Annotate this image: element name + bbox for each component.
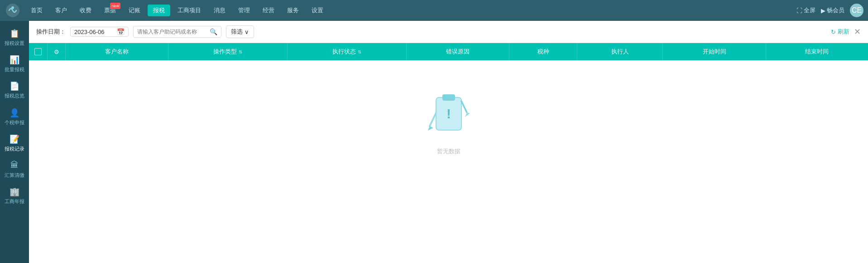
sidebar-label-annual-report: 工商年报 <box>5 199 24 205</box>
col-end-time: 结束时间 <box>766 43 868 60</box>
main-layout: 📋报税设置📊批量报税📄报税总览👤个税申报📝报税记录🏛汇算清缴🏢工商年报 操作日期… <box>0 21 868 263</box>
nav-item-operation[interactable]: 经营 <box>257 5 280 16</box>
data-table: ⚙ 客户名称 操作类型 ⇅ <box>29 43 868 183</box>
empty-text: 暂无数据 <box>437 147 460 156</box>
search-input[interactable] <box>134 27 206 37</box>
search-box: 🔍 <box>133 26 221 38</box>
empty-illustration: ! <box>422 88 476 142</box>
fullscreen-button[interactable]: ⛶ 全屏 <box>796 6 815 15</box>
nav-item-settings[interactable]: 设置 <box>306 5 329 16</box>
filter-chevron-icon: ∨ <box>245 29 249 35</box>
sidebar-label-batch-tax: 批量报税 <box>5 67 24 73</box>
batch-tax-icon: 📊 <box>9 54 20 65</box>
refresh-button[interactable]: ↻ 刷新 <box>831 28 849 36</box>
col-operation-type-label: 操作类型 <box>213 48 237 56</box>
personal-tax-icon: 👤 <box>9 107 20 118</box>
sidebar-label-tax-record: 报税记录 <box>5 146 24 152</box>
col-exec-status-label: 执行状态 <box>332 48 356 56</box>
sidebar: 📋报税设置📊批量报税📄报税总览👤个税申报📝报税记录🏛汇算清缴🏢工商年报 <box>0 21 29 263</box>
nav-item-customer[interactable]: 客户 <box>50 5 72 16</box>
search-button[interactable]: 🔍 <box>206 26 221 37</box>
svg-line-7 <box>461 101 467 112</box>
sidebar-item-batch-tax[interactable]: 📊批量报税 <box>0 51 29 76</box>
calendar-icon: 📅 <box>117 28 125 35</box>
nav-item-tax[interactable]: 报税 <box>148 5 170 16</box>
member-label: 畅会员 <box>827 6 844 15</box>
nav-item-management[interactable]: 管理 <box>233 5 255 16</box>
nav-right-area: ⛶ 全屏 ▶ 畅会员 CE <box>796 4 863 17</box>
sort-icon-status[interactable]: ⇅ <box>358 49 361 54</box>
date-picker[interactable]: 📅 <box>70 27 129 37</box>
avatar-text: CE <box>852 6 862 15</box>
svg-marker-3 <box>428 126 433 131</box>
close-button[interactable]: ✕ <box>854 27 861 37</box>
col-customer-name: 客户名称 <box>66 43 168 60</box>
col-operation-type: 操作类型 ⇅ <box>168 43 288 60</box>
col-start-time-label: 开始时间 <box>703 48 726 56</box>
nav-item-home[interactable]: 首页 <box>25 5 48 16</box>
refresh-icon: ↻ <box>831 29 836 35</box>
empty-state: ! 暂无数据 <box>29 60 868 183</box>
fullscreen-icon: ⛶ <box>796 7 802 14</box>
col-error-reason-label: 错误原因 <box>446 48 470 56</box>
nav-item-service[interactable]: 服务 <box>282 5 304 16</box>
badge-new-bill: new <box>110 3 120 9</box>
sidebar-label-personal-tax: 个税申报 <box>5 120 24 126</box>
select-all-col <box>29 43 48 60</box>
member-icon: ▶ <box>821 7 825 14</box>
col-executor: 执行人 <box>577 43 663 60</box>
nav-item-fee[interactable]: 收费 <box>74 5 97 16</box>
sidebar-item-tax-settings[interactable]: 📋报税设置 <box>0 24 29 50</box>
svg-marker-8 <box>465 112 470 117</box>
svg-rect-5 <box>442 94 455 101</box>
nav-menu: 首页客户收费票据new记账报税工商项目消息管理经营服务设置 <box>25 5 796 16</box>
app-logo[interactable] <box>5 2 21 19</box>
toolbar: 操作日期： 📅 🔍 筛选 ∨ ↻ 刷新 ✕ <box>29 21 868 43</box>
top-navigation: 首页客户收费票据new记账报税工商项目消息管理经营服务设置 ⛶ 全屏 ▶ 畅会员… <box>0 0 868 21</box>
col-start-time: 开始时间 <box>663 43 766 60</box>
annual-report-icon: 🏢 <box>9 186 20 197</box>
nav-item-bookkeeping[interactable]: 记账 <box>123 5 146 16</box>
svg-text:!: ! <box>446 106 451 121</box>
sidebar-item-annual-report[interactable]: 🏢工商年报 <box>0 183 29 208</box>
filter-button[interactable]: 筛选 ∨ <box>226 25 254 38</box>
col-customer-name-label: 客户名称 <box>105 48 129 56</box>
nav-item-message[interactable]: 消息 <box>208 5 231 16</box>
table-body: ! 暂无数据 <box>29 60 868 183</box>
empty-state-row: ! 暂无数据 <box>29 60 868 183</box>
col-exec-status: 执行状态 ⇅ <box>287 43 406 60</box>
table-container: ⚙ 客户名称 操作类型 ⇅ <box>29 43 868 263</box>
toolbar-right: ↻ 刷新 ✕ <box>831 27 861 37</box>
col-executor-label: 执行人 <box>611 48 629 56</box>
sort-icon-operation[interactable]: ⇅ <box>239 49 242 54</box>
select-all-checkbox[interactable] <box>34 48 42 55</box>
member-button[interactable]: ▶ 畅会员 <box>821 6 844 15</box>
settings-icon[interactable]: ⚙ <box>54 49 59 55</box>
user-avatar[interactable]: CE <box>850 4 863 17</box>
empty-svg: ! <box>422 88 476 142</box>
sidebar-label-settlement: 汇算清缴 <box>5 172 24 178</box>
filter-label: 筛选 <box>231 28 243 36</box>
date-input[interactable] <box>74 29 115 35</box>
sidebar-item-settlement[interactable]: 🏛汇算清缴 <box>0 156 29 182</box>
date-label: 操作日期： <box>36 28 66 36</box>
tax-overview-icon: 📄 <box>9 81 20 92</box>
nav-item-business[interactable]: 工商项目 <box>172 5 206 16</box>
sidebar-label-tax-settings: 报税设置 <box>5 40 24 46</box>
refresh-label: 刷新 <box>838 28 849 36</box>
sidebar-label-tax-overview: 报税总览 <box>5 93 24 99</box>
table-header-row: ⚙ 客户名称 操作类型 ⇅ <box>29 43 868 60</box>
svg-point-1 <box>11 6 14 9</box>
col-tax-type: 税种 <box>509 43 577 60</box>
sidebar-item-tax-overview[interactable]: 📄报税总览 <box>0 77 29 102</box>
col-end-time-label: 结束时间 <box>805 48 829 56</box>
tax-record-icon: 📝 <box>9 134 20 145</box>
sidebar-item-tax-record[interactable]: 📝报税记录 <box>0 130 29 156</box>
sidebar-item-personal-tax[interactable]: 👤个税申报 <box>0 104 29 129</box>
content-area: 操作日期： 📅 🔍 筛选 ∨ ↻ 刷新 ✕ <box>29 21 868 263</box>
col-tax-type-label: 税种 <box>537 48 549 56</box>
settlement-icon: 🏛 <box>9 160 20 171</box>
col-error-reason: 错误原因 <box>406 43 509 60</box>
nav-item-bill[interactable]: 票据new <box>99 5 121 16</box>
tax-settings-icon: 📋 <box>9 28 20 39</box>
